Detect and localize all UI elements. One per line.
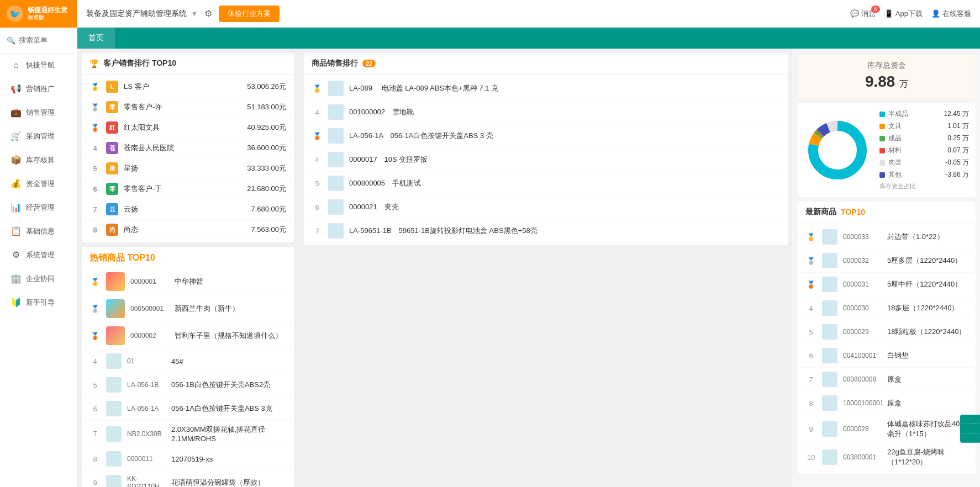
- product-code: 0000030: [843, 304, 882, 312]
- online-service-button[interactable]: 👤 在线客服: [931, 9, 971, 19]
- search-menu-button[interactable]: 🔍 搜索菜单: [7, 33, 70, 47]
- list-item: 6 004100001 白钢垫: [798, 344, 976, 368]
- sidebar-item-label: 基础信息: [26, 226, 55, 236]
- list-item: 7 NB2.0X30B 2.0X30MM双搓花轴,搓花直径2.1MM/ROHS: [82, 421, 294, 447]
- new-products-title-top10: TOP10: [841, 208, 865, 216]
- sidebar-item-marketing[interactable]: 📢 营销推广: [0, 77, 77, 100]
- topbar: 装备及固定资产辅助管理系统 ▼ ⚙ 体验行业方案 💬 消息 6 📱 App下载 …: [77, 0, 980, 28]
- legend-value: 12.45 万: [944, 109, 969, 119]
- sidebar-item-label: 资金管理: [26, 179, 55, 189]
- legend-dot: [879, 160, 885, 166]
- hot-products-title: 热销商品 TOP10: [89, 253, 155, 262]
- legend-value: -3.86 万: [945, 170, 969, 179]
- list-item: 🥉 0000002 智利车子里（规格不知道填什么）: [82, 322, 294, 350]
- purchase-icon: 🛒: [10, 131, 22, 141]
- hot-products-header: 热销商品 TOP10: [82, 247, 294, 266]
- sidebar-item-operations[interactable]: 📊 经营管理: [0, 195, 77, 219]
- product-image: [106, 326, 125, 345]
- product-code: 0000028: [843, 425, 882, 433]
- customer-ranking-header: 🏆 客户销售排行 TOP10: [82, 53, 294, 75]
- rank-number: 8: [89, 455, 101, 463]
- product-code: KK-SD22110H: [127, 475, 166, 487]
- sidebar-item-enterprise[interactable]: 🏢 企业协同: [0, 267, 77, 290]
- table-row: 6 零 零售客户-于 21,680.00元: [82, 179, 294, 199]
- list-item: 6 0000021 夹壳: [304, 195, 788, 219]
- product-code: 01: [127, 357, 166, 365]
- sidebar-logo: 🐦 畅捷通好生意 标准版: [0, 0, 77, 28]
- hot-products-list: 🥇 0000001 中华神箭 🥈 000500001 新西兰牛肉（新牛） 🥉: [82, 266, 294, 487]
- sidebar-item-system[interactable]: ⚙ 系统管理: [0, 243, 77, 267]
- product-image: [822, 300, 837, 316]
- rank-number: 5: [89, 165, 101, 173]
- message-button[interactable]: 💬 消息 6: [850, 9, 876, 19]
- rank-number: 🥉: [805, 280, 816, 289]
- table-row: 🥇 L LS 客户 53,006.26元: [82, 77, 294, 97]
- tab-home[interactable]: 首页: [77, 28, 115, 49]
- home-icon: ⌂: [10, 60, 22, 70]
- sales-icon: 💼: [10, 107, 22, 118]
- inventory-total-unit: 万: [899, 79, 908, 88]
- sidebar-item-label: 采购管理: [26, 131, 55, 141]
- rank-number: 5: [89, 381, 101, 389]
- settings-icon[interactable]: ⚙: [204, 8, 212, 19]
- product-code: 003800001: [843, 453, 882, 461]
- customer-service-button[interactable]: 客服热线: [960, 415, 980, 424]
- product-code: NB2.0X30B: [127, 430, 166, 438]
- rank-number: 🥈: [805, 257, 816, 265]
- legend-item: 材料 0.07 万: [879, 146, 969, 155]
- product-image: [328, 152, 344, 167]
- app-download-button[interactable]: 📱 App下载: [884, 9, 923, 19]
- sidebar-item-label: 企业协同: [26, 274, 55, 284]
- product-name: 18多层（1220*2440）: [887, 303, 968, 313]
- rank-number: 7: [89, 205, 101, 214]
- service-community-button[interactable]: 服务社区: [960, 424, 980, 433]
- customer-value: 33,333.00元: [247, 163, 286, 173]
- product-name: 12070519-xs: [171, 455, 286, 463]
- content-body: 🏆 客户销售排行 TOP10 🥇 L LS 客户 53,006.26元 🥈 零 …: [77, 49, 980, 487]
- product-image: [822, 253, 837, 268]
- dropdown-arrow-icon[interactable]: ▼: [191, 10, 198, 18]
- rank-number: 9: [805, 425, 816, 433]
- finance-icon: 💰: [10, 178, 22, 189]
- list-item: 4 01 45#: [82, 350, 294, 373]
- operations-icon: 📊: [10, 202, 22, 213]
- sidebar-item-quick-nav[interactable]: ⌂ 快捷导航: [0, 54, 77, 77]
- app-download-label: App下载: [895, 9, 923, 19]
- rank-number: 🥈: [89, 305, 101, 313]
- legend-item: 文具 1.01 万: [879, 121, 969, 131]
- sidebar-item-basic-info[interactable]: 📋 基础信息: [0, 219, 77, 243]
- rank-number: 4: [312, 156, 323, 164]
- page-tab-bar: 首页: [77, 28, 980, 49]
- customer-name: 苍南县人民医院: [124, 143, 241, 153]
- legend-name: 材料: [888, 146, 944, 155]
- product-name: 22g鱼豆腐-烧烤味（1*12*20）: [887, 447, 968, 467]
- sidebar: 🐦 畅捷通好生意 标准版 🔍 搜索菜单 ⌂ 快捷导航 📢 营销推广 💼 销售管理…: [0, 0, 77, 487]
- product-image: [106, 475, 122, 487]
- rank-number: 7: [805, 375, 816, 384]
- logo-sub: 标准版: [28, 14, 67, 22]
- product-image: [106, 401, 122, 416]
- list-item: 5 000800005 手机测试: [304, 172, 788, 195]
- rank-number: 7: [89, 430, 101, 438]
- sidebar-item-sales[interactable]: 💼 销售管理: [0, 100, 77, 124]
- enterprise-icon: 🏢: [10, 273, 22, 284]
- product-code: LA-056-1B: [127, 381, 166, 389]
- system-name: 装备及固定资产辅助管理系统: [86, 9, 187, 19]
- product-name: 056-1A白色按键开关盖ABS 3克: [171, 404, 286, 414]
- system-selector[interactable]: 装备及固定资产辅助管理系统 ▼: [86, 9, 198, 19]
- customer-badge: 红: [106, 121, 118, 134]
- sidebar-item-purchase[interactable]: 🛒 采购管理: [0, 124, 77, 148]
- sidebar-item-guide[interactable]: 🔰 新手引导: [0, 290, 77, 314]
- legend-item: 半成品 12.45 万: [879, 109, 969, 119]
- sidebar-item-inventory[interactable]: 📦 库存核算: [0, 148, 77, 172]
- customer-badge: 星: [106, 162, 118, 174]
- customer-value: 7,563.00元: [251, 225, 286, 235]
- product-image: [822, 421, 837, 437]
- float-buttons: 客服热线 服务社区 直播: [960, 415, 980, 443]
- sidebar-item-finance[interactable]: 💰 资金管理: [0, 172, 77, 195]
- logo-icon: 🐦: [7, 6, 23, 22]
- live-stream-button[interactable]: 直播: [960, 433, 980, 443]
- product-sales-card: 商品销售排行 22 🥇 LA-089 电池盖 LA-089 ABS本色+黑种 7…: [304, 53, 788, 245]
- trial-button[interactable]: 体验行业方案: [219, 6, 280, 22]
- sidebar-search: 🔍 搜索菜单: [0, 28, 77, 54]
